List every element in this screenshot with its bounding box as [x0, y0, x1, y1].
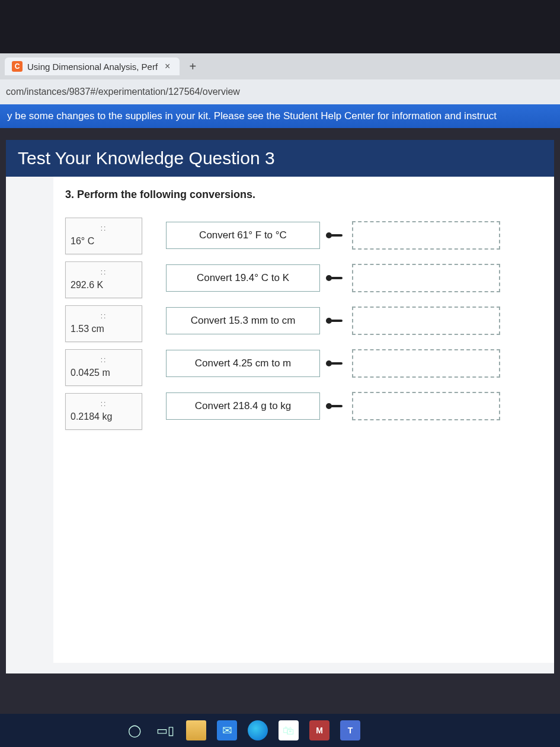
mail-icon[interactable]: ✉: [217, 720, 237, 740]
drop-target[interactable]: [352, 349, 500, 378]
draggable-answers-column: :: 16° C :: 292.6 K :: 1.53 cm :: 0.0425…: [65, 218, 142, 430]
conversion-row: Convert 15.3 mm to cm: [166, 307, 542, 335]
conversion-row: Convert 4.25 cm to m: [166, 349, 542, 378]
tab-strip: C Using Dimensional Analysis, Perf × +: [0, 53, 560, 79]
answer-value: 1.53 cm: [71, 324, 104, 334]
browser-chrome: C Using Dimensional Analysis, Perf × + c…: [0, 53, 560, 104]
answer-chip[interactable]: :: 1.53 cm: [65, 305, 142, 342]
connector-icon: [326, 274, 346, 282]
connector-icon: [326, 317, 346, 325]
conversion-prompt: Convert 15.3 mm to cm: [166, 307, 320, 334]
conversion-row: Convert 218.4 g to kg: [166, 392, 542, 420]
answer-chip[interactable]: :: 292.6 K: [65, 261, 142, 298]
question-prompt: 3. Perform the following conversions.: [65, 189, 542, 201]
conversion-prompts-column: Convert 61° F to °C Convert 19.4° C to K…: [166, 221, 542, 430]
answer-value: 16° C: [71, 236, 94, 247]
answer-value: 292.6 K: [71, 280, 103, 290]
browser-tab[interactable]: C Using Dimensional Analysis, Perf ×: [5, 58, 180, 75]
answer-value: 0.0425 m: [71, 368, 110, 378]
drop-target[interactable]: [352, 264, 500, 292]
answer-chip[interactable]: :: 0.2184 kg: [65, 393, 142, 430]
notice-banner: y be some changes to the supplies in you…: [0, 104, 560, 128]
drag-handle-icon: ::: [101, 312, 107, 320]
conversion-row: Convert 61° F to °C: [166, 221, 542, 250]
drop-target[interactable]: [352, 307, 500, 335]
question-title: Test Your Knowledge Question 3: [18, 148, 275, 168]
address-bar[interactable]: com/instances/9837#/experimentation/1275…: [0, 79, 560, 104]
cortana-icon[interactable]: ◯: [124, 720, 145, 740]
task-view-icon[interactable]: ▭▯: [155, 720, 175, 740]
question-body: 3. Perform the following conversions. ::…: [53, 177, 554, 663]
drag-handle-icon: ::: [101, 268, 107, 276]
new-tab-button[interactable]: +: [184, 58, 201, 76]
drop-target[interactable]: [352, 221, 500, 250]
file-explorer-icon[interactable]: [186, 720, 206, 740]
conversion-row: Convert 19.4° C to K: [166, 264, 542, 292]
app-m-icon[interactable]: M: [309, 720, 329, 740]
windows-taskbar: ◯ ▭▯ ✉ 🛍 M T: [0, 714, 560, 747]
microsoft-store-icon[interactable]: 🛍: [279, 720, 299, 740]
tab-favicon-icon: C: [12, 61, 23, 72]
conversion-prompt: Convert 19.4° C to K: [166, 264, 320, 292]
app-t-icon[interactable]: T: [340, 720, 360, 740]
conversion-prompt: Convert 218.4 g to kg: [166, 392, 320, 420]
close-tab-icon[interactable]: ×: [162, 61, 172, 72]
connector-icon: [326, 402, 346, 410]
notice-text: y be some changes to the supplies in you…: [7, 110, 497, 122]
drag-handle-icon: ::: [101, 400, 107, 408]
tab-title: Using Dimensional Analysis, Perf: [27, 62, 158, 72]
content-frame: Test Your Knowledge Question 3 3. Perfor…: [6, 140, 554, 673]
conversion-prompt: Convert 61° F to °C: [166, 222, 320, 249]
question-header: Test Your Knowledge Question 3: [6, 140, 554, 177]
edge-browser-icon[interactable]: [248, 720, 268, 740]
conversion-prompt: Convert 4.25 cm to m: [166, 350, 320, 377]
drop-target[interactable]: [352, 392, 500, 420]
answer-chip[interactable]: :: 16° C: [65, 218, 142, 254]
drag-handle-icon: ::: [101, 224, 107, 232]
connector-icon: [326, 231, 346, 240]
answer-value: 0.2184 kg: [71, 411, 112, 422]
drag-handle-icon: ::: [101, 356, 107, 364]
connector-icon: [326, 359, 346, 368]
url-text: com/instances/9837#/experimentation/1275…: [6, 87, 240, 97]
answer-chip[interactable]: :: 0.0425 m: [65, 349, 142, 386]
